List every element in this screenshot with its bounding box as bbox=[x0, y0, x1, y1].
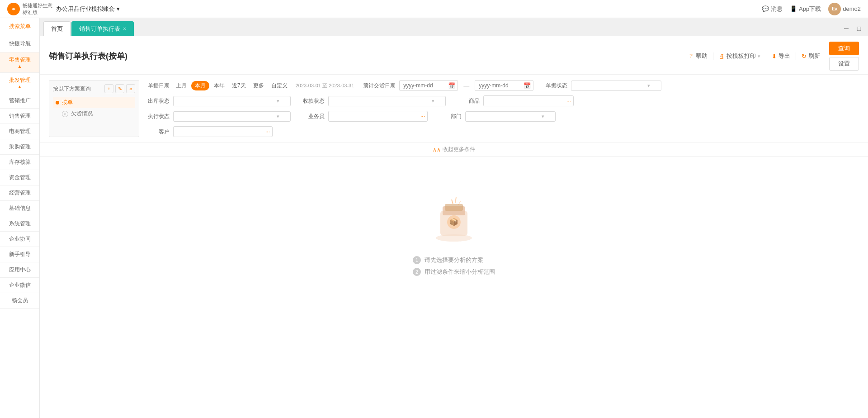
filter-product-group: 商品 ··· bbox=[455, 95, 574, 106]
sidebar-item-marketing[interactable]: 营销推广 bbox=[0, 93, 39, 109]
sub-scheme-item[interactable]: ○ 欠货情况 bbox=[53, 108, 135, 119]
page-title: 销售订单执行表(按单) bbox=[49, 51, 127, 62]
dept-select[interactable]: ▾ bbox=[465, 111, 556, 122]
add-scheme-btn[interactable]: + bbox=[104, 84, 113, 93]
top-nav-dropdown[interactable]: 办公用品行业模拟账套 ▾ bbox=[56, 5, 120, 13]
empty-illustration: 📦 bbox=[427, 193, 481, 247]
product-input[interactable] bbox=[483, 95, 574, 106]
message-icon: 💬 bbox=[762, 5, 769, 12]
shortcut-prev-month[interactable]: 上月 bbox=[173, 81, 189, 90]
filter-salesperson-group: 业务员 ··· bbox=[300, 111, 428, 122]
shortcut-custom[interactable]: 自定义 bbox=[269, 81, 290, 90]
calendar-from-icon[interactable]: 📅 bbox=[448, 82, 455, 89]
user-avatar[interactable]: Ea demo2 bbox=[828, 3, 861, 15]
shortcut-current-year[interactable]: 本年 bbox=[211, 81, 227, 90]
top-header-left: 畅捷通好生意 标准版 办公用品行业模拟账套 ▾ bbox=[7, 2, 120, 15]
filter-scheme-panel: 按以下方案查询 + ✎ « 按单 ○ 欠货情况 bbox=[49, 80, 139, 137]
date-label: 单据日期 bbox=[145, 82, 170, 90]
sidebar-search-menu[interactable]: 搜索菜单 bbox=[0, 18, 39, 35]
sidebar-item-guide[interactable]: 新手引导 bbox=[0, 247, 39, 262]
tab-minimize-btn[interactable]: ─ bbox=[841, 23, 852, 34]
sidebar-item-operations[interactable]: 经营管理 bbox=[0, 185, 39, 201]
date-shortcuts: 上月 本月 本年 近7天 更多 自定义 bbox=[173, 81, 290, 90]
tab-maximize-btn[interactable]: □ bbox=[854, 23, 864, 34]
hint-num-2: 2 bbox=[413, 268, 421, 276]
expected-date-from-wrapper: 📅 bbox=[399, 80, 458, 91]
sidebar-quick-nav[interactable]: 快捷导航 bbox=[0, 35, 39, 52]
exec-select[interactable]: ▾ bbox=[173, 111, 291, 122]
filter-warehouse-group: 出库状态 ▾ bbox=[145, 96, 291, 106]
product-more-icon[interactable]: ··· bbox=[566, 98, 571, 104]
customer-more-icon[interactable]: ··· bbox=[265, 128, 270, 135]
message-btn[interactable]: 💬 消息 bbox=[762, 5, 783, 13]
refresh-btn[interactable]: ↻ 刷新 bbox=[802, 52, 820, 60]
dept-dropdown-arrow: ▾ bbox=[542, 114, 544, 119]
empty-hint-1: 1 请先选择要分析的方案 bbox=[413, 256, 495, 264]
main-layout: 搜索菜单 快捷导航 零售管理 ▲ 批发管理 ▲ 营销推广 销售管理 电商管理 采… bbox=[0, 18, 868, 418]
shortcut-current-month[interactable]: 本月 bbox=[191, 81, 209, 90]
filter-row-2: 出库状态 ▾ 收款状态 ▾ bbox=[145, 95, 859, 106]
salesperson-input[interactable] bbox=[328, 111, 428, 122]
refresh-icon: ↻ bbox=[802, 53, 807, 60]
empty-hint-2: 2 用过滤条件来缩小分析范围 bbox=[413, 268, 495, 276]
filter-dept-group: 部门 ▾ bbox=[437, 111, 556, 122]
sidebar-item-member[interactable]: 畅会员 bbox=[0, 293, 39, 309]
edit-scheme-btn[interactable]: ✎ bbox=[115, 84, 124, 93]
divider2 bbox=[766, 52, 766, 60]
sidebar-item-inventory[interactable]: 库存核算 bbox=[0, 155, 39, 170]
salesperson-more-icon[interactable]: ··· bbox=[420, 113, 425, 119]
warehouse-dropdown-arrow: ▾ bbox=[277, 98, 279, 104]
app-download-btn[interactable]: 📱 App下载 bbox=[790, 5, 821, 13]
mobile-icon: 📱 bbox=[790, 5, 797, 12]
filter-customer-group: 客户 ··· bbox=[145, 126, 273, 137]
sidebar-item-retail[interactable]: 零售管理 ▲ bbox=[0, 52, 39, 73]
status-select[interactable]: ▾ bbox=[571, 81, 661, 91]
tab-home[interactable]: 首页 bbox=[43, 21, 71, 36]
svg-line-8 bbox=[455, 197, 456, 203]
tab-actions: ─ □ bbox=[841, 23, 864, 36]
sidebar-item-app-center[interactable]: 应用中心 bbox=[0, 262, 39, 278]
scheme-active-item[interactable]: 按单 bbox=[53, 97, 135, 108]
filter-exec-group: 执行状态 ▾ bbox=[145, 111, 291, 122]
shortcut-more[interactable]: 更多 bbox=[250, 81, 267, 90]
sidebar-item-wholesale[interactable]: 批发管理 ▲ bbox=[0, 73, 39, 93]
filter-payment-group: 收款状态 ▾ bbox=[300, 96, 446, 106]
customer-input[interactable] bbox=[173, 126, 273, 137]
sidebar-item-wechat[interactable]: 企业微信 bbox=[0, 278, 39, 293]
collapse-scheme-btn[interactable]: « bbox=[126, 84, 135, 93]
filter-status-group: 单据状态 ▾ bbox=[542, 81, 661, 91]
sidebar-item-sales[interactable]: 销售管理 bbox=[0, 109, 39, 124]
sidebar-item-collab[interactable]: 企业协同 bbox=[0, 232, 39, 247]
settings-btn[interactable]: 设置 bbox=[829, 57, 859, 71]
salesperson-label: 业务员 bbox=[300, 113, 325, 120]
export-btn[interactable]: ⬇ 导出 bbox=[772, 52, 790, 60]
filter-area: 按以下方案查询 + ✎ « 按单 ○ 欠货情况 bbox=[40, 75, 868, 143]
empty-state: 📦 1 请先选择要分析的方案 2 用过滤条件来缩小分析范围 bbox=[40, 157, 868, 312]
sidebar-item-ecommerce[interactable]: 电商管理 bbox=[0, 124, 39, 139]
filter-row-1: 单据日期 上月 本月 本年 近7天 更多 自定义 2023-03-01 至 20… bbox=[145, 80, 859, 91]
warehouse-select[interactable]: ▾ bbox=[173, 96, 291, 106]
sidebar-item-basic[interactable]: 基础信息 bbox=[0, 201, 39, 216]
tab-close-btn[interactable]: × bbox=[123, 26, 126, 32]
divider3 bbox=[796, 52, 796, 60]
collapse-bar[interactable]: ∧∧ 收起更多条件 bbox=[40, 143, 868, 157]
help-btn[interactable]: ？ 帮助 bbox=[688, 52, 708, 60]
shortcut-7days[interactable]: 近7天 bbox=[229, 81, 249, 90]
calendar-to-icon[interactable]: 📅 bbox=[524, 82, 531, 89]
filter-scheme-title: 按以下方案查询 + ✎ « bbox=[53, 84, 135, 93]
payment-label: 收款状态 bbox=[300, 97, 325, 105]
print-btn[interactable]: 🖨 按模板打印 ▾ bbox=[719, 52, 760, 60]
svg-rect-4 bbox=[445, 204, 463, 211]
payment-select[interactable]: ▾ bbox=[328, 96, 446, 106]
avatar: Ea bbox=[828, 3, 841, 15]
salesperson-input-wrapper: ··· bbox=[328, 111, 428, 122]
sidebar-item-purchase[interactable]: 采购管理 bbox=[0, 139, 39, 155]
query-btn[interactable]: 查询 bbox=[829, 42, 859, 55]
sidebar-item-system[interactable]: 系统管理 bbox=[0, 216, 39, 232]
product-label: 商品 bbox=[455, 97, 480, 105]
payment-dropdown-arrow: ▾ bbox=[432, 98, 434, 104]
expected-date-to-wrapper: 📅 bbox=[475, 80, 533, 91]
sidebar-item-finance[interactable]: 资金管理 bbox=[0, 170, 39, 185]
svg-line-7 bbox=[452, 200, 453, 204]
tab-sales-order[interactable]: 销售订单执行表 × bbox=[71, 21, 134, 36]
